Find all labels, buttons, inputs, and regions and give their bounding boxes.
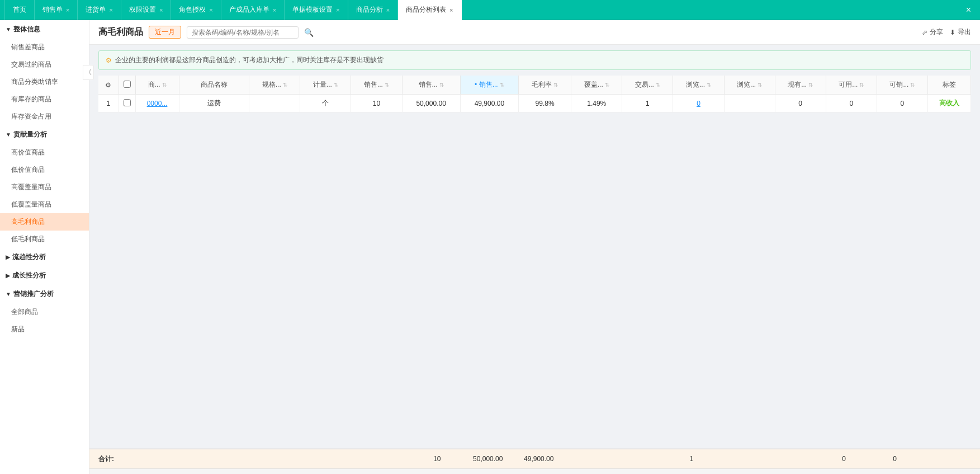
content-area: 高毛利商品 近一月 🔍 ⬀ 分享 ⬇ 导出 ⚙ 企业的主要的利润都是这部分商品创… <box>89 20 980 474</box>
arrow-right-icon: ▶ <box>6 254 10 260</box>
sidebar-item-high-value[interactable]: 高价值商品 <box>0 144 89 161</box>
nav-permission[interactable]: 权限设置 × <box>121 0 171 20</box>
th-unit[interactable]: 计量...⇅ <box>300 76 351 95</box>
sort-icon3: ⇅ <box>334 82 338 88</box>
filter-recent-month-btn[interactable]: 近一月 <box>149 26 181 39</box>
close-permission-tab[interactable]: × <box>159 7 163 13</box>
close-sales-tab[interactable]: × <box>66 7 69 13</box>
nav-purchase[interactable]: 进货单 × <box>78 0 121 20</box>
th-gross-rate[interactable]: 毛利率⇅ <box>519 76 571 95</box>
sidebar-item-poor-sales[interactable]: 销售差商品 <box>0 39 89 56</box>
sidebar-item-category-rate[interactable]: 商品分类助销率 <box>0 73 89 91</box>
th-coverage[interactable]: 覆盖...⇅ <box>571 76 622 95</box>
nav-sales[interactable]: 销售单 × <box>35 0 78 20</box>
collapse-sidebar-btn[interactable]: 《 <box>83 65 94 80</box>
select-all-checkbox[interactable] <box>124 81 131 88</box>
sidebar-item-high-margin[interactable]: 高毛利商品 <box>0 213 89 231</box>
sort-icon5: ⇅ <box>439 82 444 88</box>
row-sales-amount: 50,000.00 <box>402 95 460 112</box>
search-input[interactable] <box>187 26 299 39</box>
export-btn[interactable]: ⬇ 导出 <box>950 27 971 37</box>
row-checkbox[interactable] <box>119 95 135 112</box>
arrow-down-icon3: ▼ <box>6 291 11 297</box>
total-label: 合计: <box>98 454 132 464</box>
th-code[interactable]: 商...⇅ <box>135 76 179 95</box>
row-code[interactable]: 0000... <box>135 95 179 112</box>
horizontal-scrollbar[interactable] <box>89 468 980 474</box>
sidebar-item-stock-fund[interactable]: 库存资金占用 <box>0 108 89 125</box>
close-analysis-tab[interactable]: × <box>386 7 390 13</box>
th-sales2[interactable]: 销售...⇅ <box>402 76 460 95</box>
nav-role[interactable]: 角色授权 × <box>171 0 221 20</box>
nav-product-in[interactable]: 产成品入库单 × <box>221 0 285 20</box>
th-stock[interactable]: 现有...⇅ <box>775 76 826 95</box>
row-select-checkbox[interactable] <box>124 99 131 106</box>
content-header: 高毛利商品 近一月 🔍 ⬀ 分享 ⬇ 导出 <box>89 20 980 45</box>
row-browse1[interactable]: 0 <box>673 95 724 112</box>
th-available[interactable]: 可用...⇅ <box>826 76 877 95</box>
sidebar-group-overall[interactable]: ▼ 整体信息 <box>0 20 89 39</box>
th-settings[interactable]: ⚙ <box>98 76 119 95</box>
sidebar-item-low-value[interactable]: 低价值商品 <box>0 161 89 179</box>
sort-icon10: ⇅ <box>707 82 711 88</box>
sort-icon7: ⇅ <box>553 82 558 88</box>
table-wrapper[interactable]: ⚙ 商...⇅ 商品名称 规格...⇅ 计量...⇅ 销售...⇅ 销售...⇅… <box>89 76 980 448</box>
nav-product-analysis[interactable]: 商品分析 × <box>348 0 398 20</box>
nav-home[interactable]: 首页 <box>4 0 35 20</box>
sort-icon14: ⇅ <box>910 82 915 88</box>
sort-icon2: ⇅ <box>283 82 287 88</box>
row-sellable: 0 <box>877 95 927 112</box>
th-sellable[interactable]: 可销...⇅ <box>877 76 927 95</box>
arrow-right-icon2: ▶ <box>6 273 10 279</box>
footer-cell-qty: 10 <box>411 455 462 463</box>
row-sales-profit: 49,900.00 <box>460 95 518 112</box>
row-browse2 <box>724 95 775 112</box>
sidebar-item-high-coverage[interactable]: 高覆盖量商品 <box>0 179 89 196</box>
sidebar-item-in-stock[interactable]: 有库存的商品 <box>0 91 89 108</box>
th-sales3[interactable]: • 销售...⇅ <box>460 76 518 95</box>
sidebar-item-all-products[interactable]: 全部商品 <box>0 303 89 321</box>
th-trade[interactable]: 交易...⇅ <box>622 76 673 95</box>
row-available: 0 <box>826 95 877 112</box>
search-button[interactable]: 🔍 <box>304 28 314 37</box>
th-browse1[interactable]: 浏览...⇅ <box>673 76 724 95</box>
row-trade: 1 <box>622 95 673 112</box>
th-checkbox[interactable] <box>119 76 135 95</box>
sidebar-item-low-coverage[interactable]: 低覆盖量商品 <box>0 196 89 213</box>
sidebar: ▼ 整体信息 销售差商品 交易过的商品 商品分类助销率 有库存的商品 库存资金占… <box>0 20 89 474</box>
row-name: 运费 <box>179 95 249 112</box>
row-tag: 高收入 <box>927 95 970 112</box>
window-close-btn[interactable]: × <box>962 5 976 15</box>
nav-analysis-list[interactable]: 商品分析列表 × <box>398 0 461 20</box>
share-icon: ⬀ <box>922 29 927 36</box>
sidebar-group-trend[interactable]: ▶ 流趋性分析 <box>0 248 89 266</box>
sort-icon6: ⇅ <box>500 82 504 88</box>
close-purchase-tab[interactable]: × <box>109 7 112 13</box>
close-role-tab[interactable]: × <box>209 7 212 13</box>
sidebar-item-new-products[interactable]: 新品 <box>0 321 89 338</box>
products-table: ⚙ 商...⇅ 商品名称 规格...⇅ 计量...⇅ 销售...⇅ 销售...⇅… <box>98 76 971 112</box>
export-icon: ⬇ <box>950 29 955 36</box>
arrow-down-icon: ▼ <box>6 26 11 32</box>
table-row: 1 0000... 运费 个 10 50,000.00 49,900.00 99… <box>98 95 971 112</box>
top-nav: 首页 销售单 × 进货单 × 权限设置 × 角色授权 × 产成品入库单 × 单据… <box>0 0 980 20</box>
th-spec[interactable]: 规格...⇅ <box>249 76 300 95</box>
sidebar-item-low-margin[interactable]: 低毛利商品 <box>0 231 89 248</box>
share-btn[interactable]: ⬀ 分享 <box>922 27 943 37</box>
close-product-in-tab[interactable]: × <box>273 7 276 13</box>
nav-template[interactable]: 单据模板设置 × <box>285 0 348 20</box>
sidebar-group-growth[interactable]: ▶ 成长性分析 <box>0 266 89 285</box>
sidebar-group-marketing[interactable]: ▼ 营销推广分析 <box>0 285 89 303</box>
sidebar-item-traded[interactable]: 交易过的商品 <box>0 56 89 73</box>
footer-total: 合计: 10 50,000.00 49,900.00 1 0 0 <box>89 448 980 468</box>
close-template-tab[interactable]: × <box>336 7 339 13</box>
page-title: 高毛利商品 <box>98 26 143 38</box>
sidebar-group-contribution[interactable]: ▼ 贡献量分析 <box>0 125 89 144</box>
footer-cell-stock: 0 <box>818 455 869 463</box>
close-analysis-list-tab[interactable]: × <box>449 7 453 13</box>
main-layout: ▼ 整体信息 销售差商品 交易过的商品 商品分类助销率 有库存的商品 库存资金占… <box>0 20 980 474</box>
row-stock: 0 <box>775 95 826 112</box>
th-sales1[interactable]: 销售...⇅ <box>351 76 402 95</box>
sort-icon8: ⇅ <box>605 82 609 88</box>
th-browse2[interactable]: 浏览...⇅ <box>724 76 775 95</box>
